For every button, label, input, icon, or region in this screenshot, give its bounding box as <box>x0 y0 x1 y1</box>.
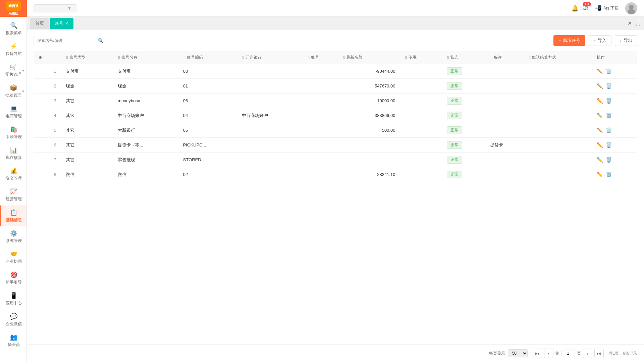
tab-close-icon[interactable]: ✕ <box>628 20 632 26</box>
header-search-box[interactable]: ▼ <box>34 4 77 12</box>
per-page-select[interactable]: 50 10 20 100 <box>508 349 528 357</box>
wholesale-mgmt-arrow-icon: ▼ <box>21 89 25 93</box>
user-avatar[interactable] <box>625 2 637 14</box>
account-search-input[interactable] <box>37 38 98 43</box>
row-open-bank: 中百商场账户 <box>239 108 305 123</box>
row-account-type: 微信 <box>63 167 115 182</box>
th-account-name[interactable]: 账号名称 <box>115 51 180 64</box>
row-account-name: moneybosx <box>115 94 180 108</box>
row-num-cell: 2 <box>47 79 63 94</box>
th-account-no[interactable]: 账号 <box>305 51 340 64</box>
sidebar-item-ecommerce-mgmt[interactable]: 💻 电商管理 <box>0 102 26 122</box>
delete-button[interactable]: 🗑️ <box>606 83 612 89</box>
sidebar-item-enterprise-wechat[interactable]: 💬 企业微信 <box>0 309 26 330</box>
row-account-code: 01 <box>180 79 239 94</box>
tab-home[interactable]: 首页 <box>30 18 49 29</box>
th-account-type[interactable]: 账号类型 <box>63 51 115 64</box>
sidebar-item-ops-mgmt[interactable]: 📈 经营管理 <box>0 185 26 205</box>
edit-button[interactable]: ✏️ <box>597 68 603 74</box>
tab-fullscreen-icon[interactable]: ⛶ <box>635 20 641 26</box>
toolbar-right: + 新增账号 ↑ 导入 ↓ 导出 <box>553 35 637 46</box>
sidebar-item-system-mgmt[interactable]: ⚙️ 系统管理 <box>0 226 26 247</box>
sidebar-item-purchase-mgmt[interactable]: 🛍️ 采购管理 <box>0 122 26 143</box>
row-default-settlement <box>526 138 594 153</box>
row-action-cell: ✏️ 🗑️ <box>594 108 637 123</box>
edit-button[interactable]: ✏️ <box>597 142 603 148</box>
page-next-button[interactable]: › <box>583 349 592 358</box>
row-usage <box>402 94 444 108</box>
notification-button[interactable]: 🔔 消息 99+ <box>571 5 588 12</box>
th-usage[interactable]: 使用... <box>402 51 444 64</box>
tab-account[interactable]: 账号 ✕ <box>50 18 73 29</box>
action-buttons: ✏️ 🗑️ <box>597 113 635 119</box>
edit-button[interactable]: ✏️ <box>597 98 603 104</box>
row-usage <box>402 123 444 138</box>
row-remark: 提货卡 <box>487 138 526 153</box>
edit-button[interactable]: ✏️ <box>597 127 603 133</box>
row-remark <box>487 167 526 182</box>
action-buttons: ✏️ 🗑️ <box>597 172 635 178</box>
row-account-no <box>305 123 340 138</box>
edit-button[interactable]: ✏️ <box>597 172 603 178</box>
tab-account-close-icon[interactable]: ✕ <box>65 21 68 26</box>
sidebar-item-new-guide[interactable]: 🎯 新手引导 <box>0 268 26 289</box>
page-prev-button[interactable]: ‹ <box>544 349 553 358</box>
delete-button[interactable]: 🗑️ <box>606 172 612 178</box>
delete-button[interactable]: 🗑️ <box>606 68 612 74</box>
page-num-input[interactable] <box>561 350 575 357</box>
delete-button[interactable]: 🗑️ <box>606 113 612 119</box>
account-search-box[interactable]: 🔍 <box>34 36 107 45</box>
app-download-button[interactable]: 📲 App下载 <box>595 5 619 11</box>
sidebar-item-search-menu[interactable]: 🔍 搜索菜单 <box>0 18 26 39</box>
edit-button[interactable]: ✏️ <box>597 113 603 119</box>
th-default-settlement[interactable]: 默认结算方式 <box>526 51 594 64</box>
toolbar: 🔍 + 新增账号 ↑ 导入 ↓ 导出 <box>27 30 644 51</box>
row-num-cell: 5 <box>47 123 63 138</box>
add-account-button[interactable]: + 新增账号 <box>553 35 585 46</box>
edit-button[interactable]: ✏️ <box>597 83 603 89</box>
row-account-name: 支付宝 <box>115 64 180 79</box>
row-account-code: 04 <box>180 108 239 123</box>
sidebar-item-capital-mgmt[interactable]: 💰 资金管理 <box>0 164 26 185</box>
sidebar-item-retail-mgmt[interactable]: 🛒 零售管理 ▼ <box>0 60 26 81</box>
inventory-icon: 📊 <box>10 146 17 154</box>
th-account-code[interactable]: 账号编码 <box>180 51 239 64</box>
edit-button[interactable]: ✏️ <box>597 157 603 163</box>
sidebar-item-members[interactable]: 👥 畅会员 <box>0 330 26 351</box>
notification-label: 消息 <box>580 5 588 11</box>
system-mgmt-icon: ⚙️ <box>10 230 17 237</box>
row-latest-balance <box>340 138 402 153</box>
th-settings[interactable]: ⚙ <box>34 51 47 64</box>
th-latest-balance[interactable]: 最新余额 <box>340 51 402 64</box>
th-open-bank[interactable]: 开户银行 <box>239 51 305 64</box>
th-remark[interactable]: 备注 <box>487 51 526 64</box>
sidebar-item-wholesale-mgmt[interactable]: 📦 批发管理 ▼ <box>0 81 26 102</box>
sidebar-item-inventory[interactable]: 📊 库存核算 <box>0 143 26 164</box>
sidebar-item-ecommerce-label: 电商管理 <box>6 113 22 119</box>
sidebar-item-enterprise-agree[interactable]: 🤝 企业协同 <box>0 247 26 268</box>
svg-point-1 <box>629 5 634 9</box>
sidebar-item-search-menu-label: 搜索菜单 <box>6 30 22 36</box>
th-num <box>47 51 63 64</box>
import-button[interactable]: ↑ 导入 <box>589 35 611 46</box>
th-status[interactable]: 状态 <box>444 51 487 64</box>
row-account-no <box>305 153 340 167</box>
delete-button[interactable]: 🗑️ <box>606 142 612 148</box>
header-search-input[interactable] <box>37 6 67 11</box>
row-latest-balance: 28241.10 <box>340 167 402 182</box>
sidebar-item-app-center[interactable]: 📱 应用中心 <box>0 289 26 309</box>
row-latest-balance <box>340 153 402 167</box>
header-right: 🔔 消息 99+ 📲 App下载 <box>571 2 637 14</box>
page-label: 第 <box>555 351 559 356</box>
sidebar-item-basic-info[interactable]: 📋 基础信息 <box>0 205 26 226</box>
table-row: 3 其它 moneybosx 06 10000.00 正常 ✏️ 🗑️ <box>34 94 637 108</box>
delete-button[interactable]: 🗑️ <box>606 127 612 133</box>
page-first-button[interactable]: ⏮ <box>533 349 542 358</box>
th-status-label: 状态 <box>450 55 459 60</box>
page-last-button[interactable]: ⏭ <box>594 349 604 358</box>
capital-icon: 💰 <box>10 167 17 175</box>
export-button[interactable]: ↓ 导出 <box>615 35 638 46</box>
sidebar-item-quick-nav[interactable]: ⚡ 快捷导航 <box>0 39 26 60</box>
delete-button[interactable]: 🗑️ <box>606 157 612 163</box>
delete-button[interactable]: 🗑️ <box>606 98 612 104</box>
